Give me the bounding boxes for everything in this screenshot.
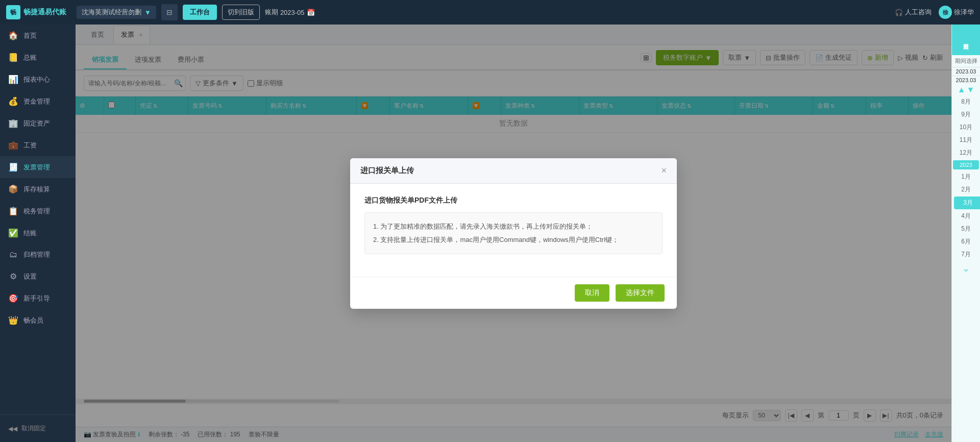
sidebar-label-home: 首页 — [23, 31, 37, 40]
company-action-icon[interactable]: ⊟ — [161, 4, 178, 20]
modal-header: 进口报关单上传 × — [350, 158, 677, 184]
sidebar-item-inventory[interactable]: 📦 库存核算 — [0, 178, 76, 200]
modal-cancel-button[interactable]: 取消 — [575, 284, 609, 302]
month-4[interactable]: 4月 — [952, 210, 980, 223]
collapse-up-icon[interactable]: ▲ — [958, 85, 966, 94]
month-6[interactable]: 6月 — [952, 235, 980, 248]
invoice-icon: 🧾 — [8, 162, 18, 172]
sidebar-label-ledger: 总账 — [23, 53, 37, 62]
sidebar-item-salary[interactable]: 💼 工资 — [0, 134, 76, 156]
sidebar-label-invoice: 发票管理 — [23, 163, 50, 172]
sidebar-item-invoice[interactable]: 🧾 发票管理 — [0, 156, 76, 178]
company-name: 沈海英测试经营勿删 — [82, 8, 141, 17]
logo-icon: 畅 — [6, 5, 20, 19]
modal-section-title: 进口货物报关单PDF文件上传 — [364, 196, 663, 205]
modal-close-button[interactable]: × — [661, 165, 667, 176]
modal-select-file-button[interactable]: 选择文件 — [616, 284, 665, 302]
sidebar: 🏠 首页 📒 总账 📊 报表中心 💰 资金管理 🏢 固定资产 💼 工资 — [0, 24, 76, 442]
sidebar-label-settle: 结账 — [23, 229, 37, 238]
year-2023: 2023 — [953, 160, 979, 169]
app-logo: 畅 畅捷通易代账 — [6, 5, 66, 19]
sidebar-item-assets[interactable]: 🏢 固定资产 — [0, 112, 76, 134]
sidebar-label-archive: 归档管理 — [23, 250, 50, 259]
content-area: 首页 发票 × 销项发票 进项发票 费用小票 — [76, 24, 951, 442]
calendar-icon[interactable]: 📅 — [307, 9, 315, 16]
expand-down-icon[interactable]: ▼ — [967, 85, 975, 94]
sidebar-item-guide[interactable]: 🎯 新手引导 — [0, 287, 76, 309]
right-period-panel: 开票日期 期间选择 2023.03 2023.03 ▲ ▼ 8月 9月 10月 … — [951, 24, 980, 442]
sidebar-item-member[interactable]: 👑 畅会员 — [0, 309, 76, 331]
period-select-label: 期间选择 — [952, 55, 980, 67]
user-avatar: 徐 — [939, 6, 952, 19]
main-area: 🏠 首页 📒 总账 📊 报表中心 💰 资金管理 🏢 固定资产 💼 工资 — [0, 24, 980, 442]
user-info[interactable]: 徐 徐泽华 — [939, 6, 974, 19]
month-12[interactable]: 12月 — [952, 146, 980, 159]
settings-icon: ⚙ — [8, 272, 18, 281]
modal-footer: 取消 选择文件 — [350, 277, 677, 309]
support-button[interactable]: 🎧 人工咨询 — [895, 8, 932, 17]
company-selector[interactable]: 沈海英测试经营勿删 ▼ — [77, 6, 156, 19]
modal-info-item-2: 2. 支持批量上传进口报关单，mac用户使用Command键，windows用户… — [373, 233, 654, 247]
month-5[interactable]: 5月 — [952, 223, 980, 235]
month-8[interactable]: 8月 — [952, 95, 980, 108]
modal-overlay[interactable]: 进口报关单上传 × 进口货物报关单PDF文件上传 1. 为了更加精准的数据匹配，… — [76, 24, 951, 442]
sidebar-item-settings[interactable]: ⚙ 设置 — [0, 265, 76, 287]
sidebar-item-settle[interactable]: ✅ 结账 — [0, 222, 76, 244]
sidebar-item-tax[interactable]: 📋 税务管理 — [0, 200, 76, 222]
year-2023-03-1: 2023.03 — [952, 67, 980, 76]
sidebar-item-archive[interactable]: 🗂 归档管理 — [0, 244, 76, 265]
app-container: 畅 畅捷通易代账 沈海英测试经营勿删 ▼ ⊟ 工作台 切到旧版 账期 2023-… — [0, 0, 980, 442]
workspace-button[interactable]: 工作台 — [183, 5, 217, 20]
import-customs-modal: 进口报关单上传 × 进口货物报关单PDF文件上传 1. 为了更加精准的数据匹配，… — [350, 158, 677, 309]
month-9[interactable]: 9月 — [952, 108, 980, 121]
sidebar-item-home[interactable]: 🏠 首页 — [0, 24, 76, 46]
settle-icon: ✅ — [8, 228, 18, 238]
month-3[interactable]: 3月 — [954, 197, 980, 209]
sidebar-label-inventory: 库存核算 — [23, 185, 50, 194]
top-bar: 畅 畅捷通易代账 沈海英测试经营勿删 ▼ ⊟ 工作台 切到旧版 账期 2023-… — [0, 0, 980, 24]
sidebar-label-guide: 新手引导 — [23, 294, 50, 303]
expand-collapse-btns: ▲ ▼ — [952, 84, 980, 95]
month-2[interactable]: 2月 — [952, 183, 980, 196]
unpin-label: 取消固定 — [21, 424, 46, 433]
scroll-down-btn[interactable]: ⌄ — [952, 261, 980, 276]
ledger-icon: 📒 — [8, 53, 18, 62]
year-2023-03-2: 2023.03 — [952, 76, 980, 84]
period-value: 2023-05 — [280, 9, 305, 16]
month-7[interactable]: 7月 — [952, 248, 980, 261]
archive-icon: 🗂 — [8, 250, 18, 259]
unpin-button[interactable]: ◀◀ 取消固定 — [0, 420, 76, 437]
tax-icon: 📋 — [8, 206, 18, 216]
sidebar-item-ledger[interactable]: 📒 总账 — [0, 46, 76, 68]
sidebar-bottom: ◀◀ 取消固定 — [0, 414, 76, 442]
sidebar-label-reports: 报表中心 — [23, 75, 50, 84]
modal-title: 进口报关单上传 — [360, 166, 414, 176]
sidebar-item-reports[interactable]: 📊 报表中心 — [0, 68, 76, 90]
assets-icon: 🏢 — [8, 118, 18, 128]
sidebar-label-tax: 税务管理 — [23, 207, 50, 216]
chevron-down-icon[interactable]: ⌄ — [962, 263, 970, 274]
sidebar-label-finance: 资金管理 — [23, 97, 50, 106]
guide-icon: 🎯 — [8, 293, 18, 303]
open-close-btn[interactable]: 开票日期 — [952, 24, 980, 55]
month-10[interactable]: 10月 — [952, 121, 980, 134]
sidebar-label-salary: 工资 — [23, 141, 37, 150]
headset-icon: 🎧 — [895, 9, 903, 16]
member-icon: 👑 — [8, 315, 18, 325]
salary-icon: 💼 — [8, 140, 18, 150]
switch-version-button[interactable]: 切到旧版 — [222, 5, 260, 20]
sidebar-label-assets: 固定资产 — [23, 119, 50, 128]
month-1[interactable]: 1月 — [952, 170, 980, 183]
sidebar-label-member: 畅会员 — [23, 316, 43, 325]
modal-info-box: 1. 为了更加精准的数据匹配，请先录入海关缴款书，再上传对应的报关单； 2. 支… — [364, 212, 663, 254]
modal-info-item-1: 1. 为了更加精准的数据匹配，请先录入海关缴款书，再上传对应的报关单； — [373, 220, 654, 233]
sidebar-item-finance[interactable]: 💰 资金管理 — [0, 90, 76, 112]
company-dropdown-icon: ▼ — [144, 9, 151, 16]
top-right: 🎧 人工咨询 徐 徐泽华 — [895, 6, 974, 19]
pin-icon: ◀◀ — [8, 425, 17, 432]
home-icon: 🏠 — [8, 31, 18, 40]
sidebar-label-settings: 设置 — [23, 272, 37, 281]
finance-icon: 💰 — [8, 96, 18, 106]
reports-icon: 📊 — [8, 75, 18, 84]
month-11[interactable]: 11月 — [952, 134, 980, 146]
